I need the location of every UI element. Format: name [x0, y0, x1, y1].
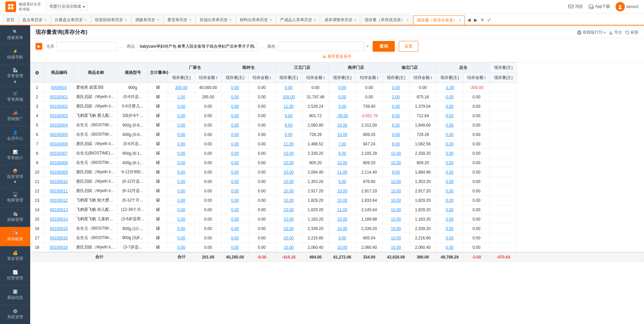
tab-8[interactable]: 产成品入库单历史 ✕	[276, 15, 320, 25]
factory-amt-info-icon[interactable]: ℹ	[216, 76, 217, 80]
th-name: 商品名称	[74, 63, 118, 83]
sidebar-item-inventory[interactable]: 🏭 库存核算	[0, 227, 30, 246]
th-unit: 主计量单位	[148, 63, 168, 83]
th-nanan: 南岸门店	[329, 63, 383, 73]
print-btn[interactable]: 按模版打印 ▾	[577, 30, 606, 35]
product-input[interactable]	[137, 42, 258, 51]
tab-close-1[interactable]: ✕	[44, 18, 47, 22]
print-icon	[577, 30, 582, 35]
th-factory-amt: 结存金额 ℹ	[195, 73, 222, 83]
sidebar-item-member[interactable]: 👤 会员中心	[0, 126, 30, 146]
tab-prev-btn[interactable]: ◀	[466, 15, 472, 25]
sidebar-item-info[interactable]: ℹ️ 基础信息	[0, 285, 30, 305]
refresh-icon	[625, 30, 630, 35]
product-dots[interactable]: ...	[260, 44, 264, 49]
tab-10[interactable]: 现存量（库存状况表） ✕	[361, 15, 413, 25]
table-row: 1200100011惠氏启賦（Wyeth illu...(6-12月适...罐0…	[31, 186, 644, 196]
warehouse-input[interactable]	[56, 42, 117, 51]
color-dropdown-icon[interactable]: ▾	[367, 44, 369, 49]
table-row: 700100006惠氏启賦（Wyeth illu...(0-6月适...罐0.0…	[31, 139, 644, 149]
chenshi-amt-info-icon[interactable]: ℹ	[270, 76, 271, 80]
company-selector[interactable]: 母婴行业演示陈套 ▾	[46, 3, 88, 10]
svg-point-8	[619, 7, 622, 9]
warehouse-label: 仓库	[46, 44, 54, 49]
yubei-amt-info-icon[interactable]: ℹ	[431, 76, 432, 80]
export-btn[interactable]: 导出	[608, 30, 622, 35]
th-spec: 规格型号	[118, 63, 148, 83]
warehouse-dots[interactable]: ...	[119, 44, 123, 49]
jiangbei-amt-info-icon[interactable]: ℹ	[323, 76, 325, 80]
tab-next-btn[interactable]: ▶	[472, 15, 479, 25]
sidebar-item-purchase[interactable]: 🛍️ 采购管理	[0, 207, 30, 227]
wholesale-arrow-icon: ▼	[13, 180, 17, 184]
sidebar-item-shop[interactable]: 🛒 零售商城	[0, 87, 30, 107]
sidebar-item-system[interactable]: ⚙️ 系统管理	[0, 305, 30, 324]
shop-icon: 🛒	[1, 91, 29, 96]
sidebar-item-ecom[interactable]: 🖥️ 电商管理	[0, 188, 30, 207]
tab-close-6[interactable]: ✕	[229, 18, 232, 22]
tab-close-5[interactable]: ✕	[189, 18, 192, 22]
tab-1[interactable]: 盘点单历史 ✕	[19, 15, 50, 25]
tab-close-11[interactable]: ✕	[459, 18, 461, 22]
query-button[interactable]: 查询	[373, 41, 395, 52]
sidebar-item-search[interactable]: 🔍 搜索英单	[0, 26, 30, 45]
tab-9[interactable]: 成本调整单历史 ✕	[321, 15, 360, 25]
svg-text:App: App	[590, 6, 594, 9]
tab-5[interactable]: 要货单历史 ✕	[164, 15, 195, 25]
table-row: 1100100010惠氏启賦（Wyeth illu...(6-12月适...罐0…	[31, 177, 644, 186]
nanan-amt-info-icon[interactable]: ℹ	[377, 76, 378, 80]
svg-rect-0	[8, 4, 10, 6]
tab-expand-btn[interactable]: ⤢	[486, 15, 492, 25]
sidebar-item-marketing[interactable]: 📣 营销推广	[0, 107, 30, 126]
gear-icon[interactable]: ⚙	[35, 70, 39, 76]
tab-close-4[interactable]: ✕	[157, 18, 159, 22]
marketing-icon: 📣	[1, 111, 29, 115]
export-icon	[608, 30, 613, 35]
sidebar-item-stat[interactable]: 📊 零售统计	[0, 146, 30, 165]
tab-close-10[interactable]: ✕	[406, 18, 409, 22]
svg-rect-1	[11, 4, 13, 6]
tab-close-7[interactable]: ✕	[269, 18, 272, 22]
app-download-btn[interactable]: App App下载	[588, 4, 610, 9]
sidebar-item-operation[interactable]: 📈 经营管理	[0, 266, 30, 285]
th-jiangbei-amt: 结存金额 ℹ	[302, 73, 329, 83]
setting-button[interactable]: 设置	[399, 41, 418, 52]
table-row: 1300100012飞鹤星飞帆 较大婴儿配...(6-12个月...罐0.000…	[31, 196, 644, 205]
tab-3[interactable]: 组装拆卸单历史 ✕	[91, 15, 131, 25]
tab-2[interactable]: 分量盘点单历史 ✕	[51, 15, 91, 25]
color-input[interactable]	[277, 42, 365, 51]
sidebar-item-finance[interactable]: 💰 资金管理	[0, 246, 30, 266]
th-jiangbei-qty: 现存量(主)	[275, 73, 302, 83]
messages-btn[interactable]: 消息	[568, 4, 583, 9]
refresh-btn[interactable]: 刷新	[625, 30, 639, 35]
sidebar-item-wholesale[interactable]: 📦 批发管理 ▼	[0, 165, 30, 188]
th-factory: 厂家仓	[168, 63, 222, 73]
tab-close-2[interactable]: ✕	[84, 18, 87, 22]
tab-close-8[interactable]: ✕	[314, 18, 316, 22]
table-row: 1400100013飞鹤星飞帆 幼儿配方奶...(12-36个月...罐0.00…	[31, 205, 644, 215]
expand-more-btn[interactable]: ⊕ 展开更多条件	[36, 54, 639, 59]
operation-icon: 📈	[1, 270, 29, 275]
logo-text: 畅捷通好生意 标准版	[19, 2, 41, 11]
sidebar-item-retail[interactable]: 🏪 零售管理 ▲	[0, 64, 30, 87]
tab-close-9[interactable]: ✕	[354, 18, 357, 22]
tab-4[interactable]: 调拨单历史 ✕	[131, 15, 163, 25]
user-avatar[interactable]: demo2	[615, 2, 639, 11]
tab-6[interactable]: 其他出库单历史 ✕	[196, 15, 235, 25]
total-amt-info-icon[interactable]: ℹ	[484, 76, 486, 80]
tab-home[interactable]: 首页	[3, 15, 18, 25]
th-yubei-qty: 现存量(主)	[383, 73, 410, 83]
sidebar-item-nav[interactable]: ⚡ 快捷导航	[0, 45, 30, 64]
retail-arrow-icon: ▲	[13, 79, 17, 84]
tab-close-3[interactable]: ✕	[124, 18, 127, 22]
tab-11[interactable]: 现存量（库存分布表） ✕	[413, 15, 465, 26]
tab-7[interactable]: 材料出库单历史 ✕	[236, 15, 276, 25]
filter-expand-btn[interactable]: ▶	[36, 43, 42, 50]
table-row: 200100001惠氏启賦（Wyeth illu...(0-6月适...罐1.0…	[31, 92, 644, 102]
th-chenshi: 陈村仓	[222, 63, 275, 73]
th-gear[interactable]: ⚙	[31, 63, 44, 83]
tab-bar: 首页 盘点单历史 ✕ 分量盘点单历史 ✕ 组装拆卸单历史 ✕ 调拨单历史 ✕ 要…	[0, 13, 644, 26]
tab-close-all-btn[interactable]: ✕	[479, 15, 486, 25]
th-nanan-amt: 结存金额 ℹ	[356, 73, 383, 83]
search-icon: 🔍	[1, 30, 29, 34]
